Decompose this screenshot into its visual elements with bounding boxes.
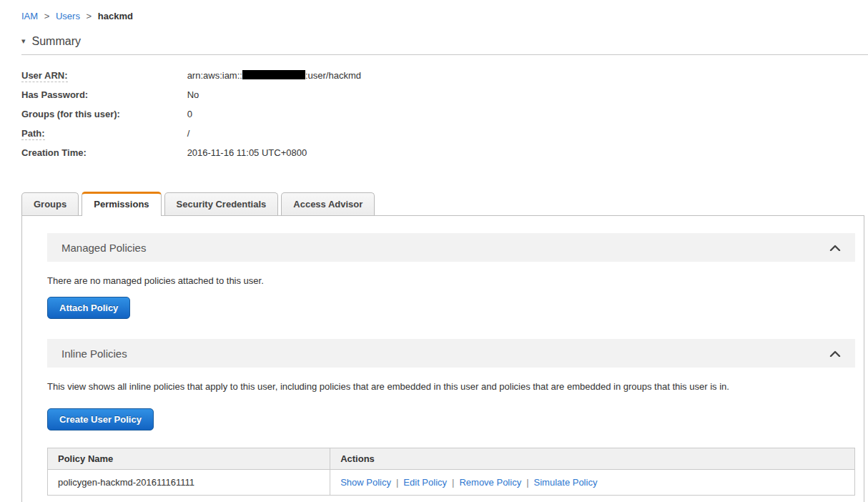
path-value: / <box>187 128 190 139</box>
show-policy-link[interactable]: Show Policy <box>340 477 391 488</box>
table-row: policygen-hackmd-201611161111 Show Polic… <box>48 470 855 496</box>
create-user-policy-button[interactable]: Create User Policy <box>47 408 154 430</box>
breadcrumb-link-users[interactable]: Users <box>56 11 80 21</box>
path-label: Path: <box>21 128 45 140</box>
policy-name-column-header: Policy Name <box>48 448 330 470</box>
action-separator: | <box>396 477 398 488</box>
chevron-up-icon[interactable] <box>829 245 841 251</box>
breadcrumb: IAM > Users > hackmd <box>0 0 868 21</box>
collapse-triangle-icon: ▾ <box>21 36 26 46</box>
summary-divider <box>21 54 868 55</box>
tab-security-credentials[interactable]: Security Credentials <box>164 192 279 215</box>
inline-policies-header[interactable]: Inline Policies <box>47 339 855 368</box>
permissions-tab-panel: Managed Policies There are no managed po… <box>21 215 864 502</box>
has-password-label: Has Password: <box>21 85 184 104</box>
summary-row-path: Path: / <box>21 124 868 143</box>
tab-permissions[interactable]: Permissions <box>82 192 161 216</box>
summary-row-has-password: Has Password: No <box>21 85 868 104</box>
action-separator: | <box>452 477 454 488</box>
summary-row-creation-time: Creation Time: 2016-11-16 11:05 UTC+0800 <box>21 143 868 162</box>
actions-cell: Show Policy|Edit Policy|Remove Policy|Si… <box>330 470 855 496</box>
inline-policies-section: Inline Policies This view shows all inli… <box>47 339 855 502</box>
managed-policies-title: Managed Policies <box>61 242 146 254</box>
chevron-up-icon[interactable] <box>829 350 841 357</box>
table-header-row: Policy Name Actions <box>48 448 855 470</box>
breadcrumb-link-iam[interactable]: IAM <box>21 11 38 21</box>
has-password-value: No <box>187 89 199 100</box>
summary-title: Summary <box>32 35 81 47</box>
user-arn-label: User ARN: <box>21 70 68 82</box>
inline-policies-title: Inline Policies <box>61 348 127 360</box>
creation-time-label: Creation Time: <box>21 143 184 162</box>
summary-row-groups: Groups (for this user): 0 <box>21 104 868 124</box>
actions-column-header: Actions <box>330 448 855 470</box>
groups-value: 0 <box>187 109 192 119</box>
tab-access-advisor[interactable]: Access Advisor <box>281 192 375 215</box>
edit-policy-link[interactable]: Edit Policy <box>403 477 447 488</box>
inline-policies-table: Policy Name Actions policygen-hackmd-201… <box>47 448 855 496</box>
inline-policies-description: This view shows all inline policies that… <box>47 381 855 392</box>
simulate-policy-link[interactable]: Simulate Policy <box>534 477 598 488</box>
summary-section-toggle[interactable]: ▾Summary <box>21 35 868 48</box>
groups-label: Groups (for this user): <box>21 104 184 124</box>
tab-groups[interactable]: Groups <box>21 192 79 215</box>
policy-name-cell: policygen-hackmd-201611161111 <box>48 470 330 496</box>
breadcrumb-current-user: hackmd <box>98 11 133 21</box>
managed-policies-section: Managed Policies There are no managed po… <box>47 233 855 339</box>
managed-policies-header[interactable]: Managed Policies <box>47 233 855 262</box>
action-separator: | <box>526 477 528 488</box>
managed-policies-empty-message: There are no managed policies attached t… <box>47 275 855 286</box>
creation-time-value: 2016-11-16 11:05 UTC+0800 <box>187 147 307 158</box>
user-arn-value: arn:aws:iam:::user/hackmd <box>187 70 361 81</box>
tab-bar: Groups Permissions Security Credentials … <box>21 192 868 215</box>
summary-row-user-arn: User ARN: arn:aws:iam:::user/hackmd <box>21 66 868 85</box>
breadcrumb-separator: > <box>87 11 92 21</box>
attach-policy-button[interactable]: Attach Policy <box>47 297 130 319</box>
summary-fields: User ARN: arn:aws:iam:::user/hackmd Has … <box>21 66 868 162</box>
breadcrumb-separator: > <box>44 11 50 21</box>
redacted-account-id <box>242 70 305 79</box>
remove-policy-link[interactable]: Remove Policy <box>459 477 521 488</box>
